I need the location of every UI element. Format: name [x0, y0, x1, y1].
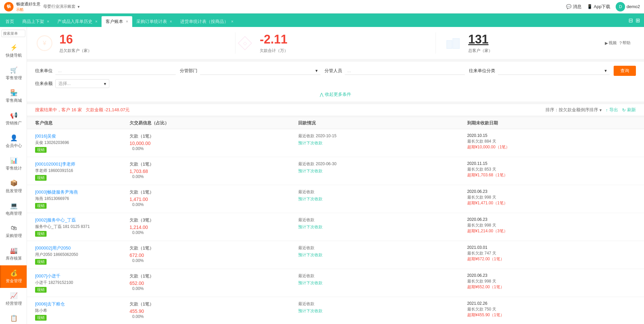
- sidebar-item-operations[interactable]: 📈 经营管理: [0, 288, 27, 311]
- sort-label: 排序：按欠款金额倒序排序: [545, 107, 598, 113]
- overdue-amount-link[interactable]: 超期¥1,703.68（1笔）: [467, 173, 508, 177]
- next-payment: 预计下次收款: [298, 252, 467, 258]
- tab-product-shelf-close[interactable]: ×: [47, 19, 49, 24]
- overdue-days: 最长欠款 747 天: [467, 251, 636, 256]
- sidebar-item-ecommerce[interactable]: 💻 电商管理: [0, 198, 27, 220]
- tab-home[interactable]: 首页: [1, 16, 18, 27]
- filter-row-1: 往来单位 ... 分管部门 ▾ 分管人员 ...: [35, 66, 636, 76]
- help-icon: ?: [619, 41, 622, 46]
- query-button[interactable]: 查询: [614, 66, 636, 76]
- table-header: 客户信息 欠交易信息（占比） 回款情况 到期未收款日期: [27, 117, 644, 129]
- customer-phone: 用户2050 18665062050: [35, 252, 130, 258]
- overdue-date-cell: 2021.03.01 最长欠款 747 天 超期¥672.00（1笔）: [467, 245, 636, 262]
- video-btn[interactable]: ▶ 视频: [605, 40, 617, 46]
- message-btn[interactable]: 💬 消息: [566, 4, 582, 10]
- payment-status-cell: 最近收款 预计下次收款: [298, 301, 467, 314]
- filter-vendor-type-input[interactable]: ▾: [498, 67, 610, 75]
- customer-name-link[interactable]: [000002]用户2050: [35, 245, 130, 251]
- retail-stats-icon: 📊: [10, 157, 18, 164]
- overdue-amount-link[interactable]: 超期¥1,471.00（1笔）: [467, 201, 508, 205]
- tab-product-shelf[interactable]: 商品上下架 ×: [18, 16, 53, 27]
- sidebar-item-inventory[interactable]: 🏭 库存核算: [0, 243, 27, 265]
- overdue-date: 2020.06.23: [467, 273, 636, 278]
- message-label: 消息: [573, 4, 582, 10]
- collapse-icon: ⋀: [320, 92, 324, 97]
- tab-purchase-stats-label: 采购订单统计表: [136, 19, 167, 25]
- tab-inventory-stats-label: 进货单统计表（按商品）: [180, 19, 228, 25]
- customer-name-link[interactable]: [0007]小迸千: [35, 273, 130, 279]
- sidebar: ⚡ 快捷导航 🛒 零售管理 🏪 零售商城 📢 营销推广 👤 会员中心 📊 零售统…: [0, 27, 27, 324]
- tab-product-shelf-label: 商品上下架: [22, 19, 44, 25]
- user-profile[interactable]: D demo2: [616, 2, 640, 11]
- overdue-amount-link[interactable]: 超期¥672.00（1笔）: [467, 257, 504, 261]
- tab-minimize-icon[interactable]: ⊟: [628, 17, 633, 24]
- sidebar-item-quick-nav[interactable]: ⚡ 快捷导航: [0, 40, 27, 62]
- recent-payment-label: 最近收款: [298, 189, 314, 194]
- help-btn[interactable]: ? 帮助: [619, 40, 631, 46]
- sidebar-item-finance[interactable]: 💰 资金管理: [0, 265, 27, 288]
- company-selector[interactable]: 母婴行业演示账套 ▾: [43, 4, 80, 9]
- overdue-amount-link[interactable]: 超期¥455.90（1笔）: [467, 313, 504, 317]
- customer-name-link[interactable]: [0016]吴俊: [35, 133, 130, 139]
- recent-payment-label: 最近收款: [298, 217, 314, 222]
- debt-count: 欠款（1笔）: [130, 189, 154, 195]
- result-debt-label: 欠款金额: [86, 107, 103, 112]
- next-payment: 预计下次收款: [298, 168, 467, 174]
- tab-customer-ledger[interactable]: 客户账本 ×: [102, 16, 132, 27]
- customer-name-link[interactable]: [0003]畅捷服务尹海燕: [35, 189, 130, 195]
- sort-btn[interactable]: 排序：按欠款金额倒序排序 ▾: [545, 107, 602, 113]
- summary-card-debt-total: ◇ -2.11 欠款合计（万）: [235, 32, 436, 54]
- tab-inventory-stats[interactable]: 进货单统计表（按商品） ×: [176, 16, 237, 27]
- table-row: [0001020001]李老师 李老师 18600391516 现销 欠款（1笔…: [27, 157, 644, 185]
- debt-info-cell: 欠款（1笔） 652.00 0.00%: [130, 273, 298, 291]
- filter-vendor-input[interactable]: ...: [55, 67, 176, 75]
- sidebar-item-retail-store[interactable]: 🏪 零售商城: [0, 85, 27, 108]
- sidebar-item-member-center[interactable]: 👤 会员中心: [0, 130, 27, 153]
- overdue-amount-link[interactable]: 超期¥10,000.00（1笔）: [467, 145, 510, 149]
- customer-name-link[interactable]: [0001020001]李老师: [35, 161, 130, 167]
- refresh-btn[interactable]: ↻ 刷新: [622, 107, 636, 113]
- sidebar-item-label: 库存核算: [6, 256, 22, 261]
- overdue-amount-link[interactable]: 超期¥1,214.00（3笔）: [467, 229, 508, 233]
- logo-icon: 畅: [4, 2, 13, 11]
- sidebar-item-purchase-mgmt[interactable]: 🛍 采购管理: [0, 220, 27, 243]
- customer-name-link[interactable]: [0006]去下粮仓: [35, 301, 130, 307]
- tab-purchase-stats-close[interactable]: ×: [170, 19, 172, 24]
- overdue-date-cell: 2021.02.26 最长欠款 750 天 超期¥455.90（1笔）: [467, 301, 636, 318]
- sidebar-search-input[interactable]: [1, 30, 25, 37]
- tab-customer-ledger-close[interactable]: ×: [126, 19, 128, 24]
- filter-dept: 分管部门 ▾: [180, 67, 320, 75]
- sidebar-item-retail-mgmt[interactable]: 🛒 零售管理: [0, 62, 27, 85]
- export-btn[interactable]: ↑ 导出: [606, 107, 618, 113]
- tab-inventory-history-close[interactable]: ×: [95, 19, 97, 24]
- content-area: ¥ 16 总欠款客户（家） ◇ -2.11 欠款合计（万）: [27, 27, 644, 324]
- filter-manager-input[interactable]: ...: [345, 67, 465, 75]
- collapse-filter-btn[interactable]: ⋀ 收起更多条件: [35, 91, 636, 97]
- customer-name-link[interactable]: [0002]服务中心_丁磊: [35, 217, 130, 223]
- debt-amount: 652.00: [130, 281, 298, 286]
- tab-inventory-history[interactable]: 产成品入库单历史 ×: [53, 16, 102, 27]
- sidebar-item-batch-mgmt[interactable]: 📦 批发管理: [0, 175, 27, 198]
- app-download-btn[interactable]: 📱 App下载: [587, 4, 610, 10]
- sidebar-item-retail-stats[interactable]: 📊 零售统计: [0, 153, 27, 175]
- member-center-icon: 👤: [10, 134, 18, 142]
- debt-customers-info: 16 总欠款客户（家）: [59, 32, 92, 54]
- filter-balance-select[interactable]: 选择... ▾: [55, 79, 109, 88]
- tab-purchase-stats[interactable]: 采购订单统计表 ×: [132, 16, 176, 27]
- payment-status-cell: 最近收款 预计下次收款: [298, 245, 467, 258]
- debt-count: 欠款（1笔）: [130, 245, 154, 251]
- refresh-icon: ↻: [622, 108, 626, 113]
- customer-info-cell: [0007]小迸千 小迸千 18279152100 现销: [35, 273, 130, 293]
- overdue-amount-link[interactable]: 超期¥652.00（1笔）: [467, 285, 504, 289]
- sidebar-item-basic-info[interactable]: 📋 基础信息: [0, 311, 27, 324]
- filter-dept-input[interactable]: ▾: [200, 67, 320, 75]
- debt-info-cell: 欠款（1笔） 1,703.68 0.00%: [130, 161, 298, 179]
- tab-maximize-icon[interactable]: ⊞: [636, 17, 640, 24]
- sidebar-search-area: [0, 27, 27, 40]
- debt-amount: 672.00: [130, 253, 298, 258]
- tab-bar: 首页 商品上下架 × 产成品入库单历史 × 客户账本 × 采购订单统计表 × 进…: [0, 13, 644, 27]
- sidebar-item-marketing[interactable]: 📢 营销推广: [0, 108, 27, 130]
- tab-inventory-stats-close[interactable]: ×: [231, 19, 233, 24]
- payment-status-cell: 最近收款 预计下次收款: [298, 273, 467, 286]
- col-customer-info: 客户信息: [35, 120, 130, 126]
